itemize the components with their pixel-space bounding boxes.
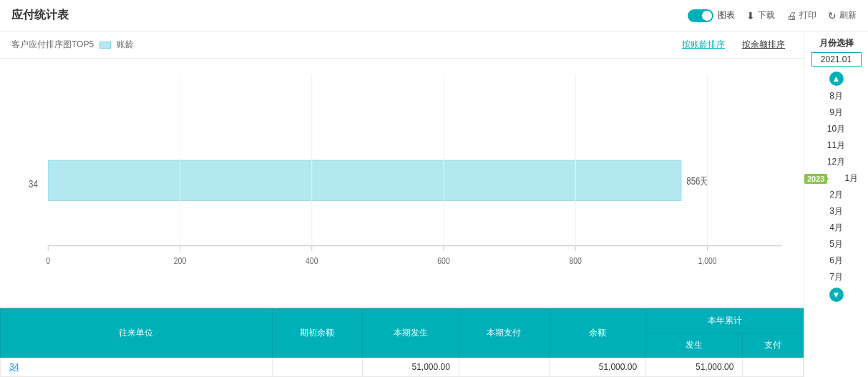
- header-actions: 图表 ⬇ 下载 🖨 打印 ↻ 刷新: [688, 9, 857, 22]
- chart-toggle[interactable]: [688, 9, 713, 22]
- month-item-6[interactable]: 6月: [804, 253, 868, 269]
- cell-balance: 51,000.00: [549, 358, 645, 377]
- nav-down-button[interactable]: ▼: [829, 288, 844, 302]
- chart-toggle-group: 图表: [688, 9, 735, 22]
- print-label: 打印: [799, 9, 816, 21]
- th-opening: 期初余额: [272, 309, 362, 358]
- cell-ytd-occurrence: 51,000.00: [646, 358, 743, 377]
- month-item-4[interactable]: 4月: [804, 220, 868, 236]
- print-button[interactable]: 🖨 打印: [786, 9, 816, 21]
- year-input[interactable]: [811, 52, 862, 67]
- chart-bar: [48, 160, 681, 201]
- bar-value-label: 856天: [686, 176, 708, 187]
- th-ytd-payment: 支付: [743, 333, 804, 358]
- th-balance: 余额: [549, 309, 645, 358]
- legend-box-icon: [99, 41, 111, 49]
- refresh-icon: ↻: [828, 10, 837, 21]
- th-unit: 往来单位: [1, 309, 273, 358]
- th-occurrence: 本期发生: [362, 309, 459, 358]
- month-item-7[interactable]: 7月: [804, 269, 868, 285]
- th-ytd: 本年累计: [646, 309, 804, 333]
- chart-area: 34 856天 0 200: [0, 59, 804, 307]
- data-table: 往来单位 期初余额 本期发生 本期支付 余额 本年累计 发生 支付: [0, 308, 804, 377]
- main-content: 客户应付排序图TOP5 账龄 按账龄排序 按余额排序 34: [0, 31, 868, 377]
- table-section: 往来单位 期初余额 本期发生 本期支付 余额 本年累计 发生 支付: [0, 307, 804, 377]
- sort-by-age-button[interactable]: 按账龄排序: [675, 37, 732, 52]
- download-label: 下载: [758, 9, 775, 21]
- year-badge: 2023: [804, 174, 827, 184]
- month-item-10[interactable]: 10月: [804, 121, 868, 137]
- svg-text:800: 800: [570, 256, 582, 265]
- cell-occurrence: 51,000.00: [362, 358, 459, 377]
- cell-payment: [459, 358, 549, 377]
- cell-ytd-payment: [743, 358, 804, 377]
- sort-buttons: 按账龄排序 按余额排序: [675, 37, 792, 52]
- chart-section: 客户应付排序图TOP5 账龄 按账龄排序 按余额排序 34: [0, 31, 804, 377]
- header: 应付统计表 图表 ⬇ 下载 🖨 打印 ↻ 刷新: [0, 0, 868, 31]
- month-item-3[interactable]: 3月: [804, 203, 868, 220]
- month-item-12[interactable]: 12月: [804, 154, 868, 170]
- th-payment: 本期支付: [459, 309, 549, 358]
- refresh-label: 刷新: [839, 9, 857, 21]
- sidebar-title: 月份选择: [819, 37, 854, 49]
- print-icon: 🖨: [786, 10, 796, 21]
- cell-opening: [272, 358, 362, 377]
- month-item-2[interactable]: 2月: [804, 187, 868, 203]
- legend-item-label: 账龄: [117, 39, 134, 51]
- chart-legend: 客户应付排序图TOP5 账龄: [11, 39, 134, 51]
- cell-unit: 34: [1, 358, 273, 377]
- month-item-9[interactable]: 9月: [804, 104, 868, 121]
- month-item-11[interactable]: 11月: [804, 137, 868, 154]
- chart-header: 客户应付排序图TOP5 账龄 按账龄排序 按余额排序: [0, 31, 804, 59]
- chart-svg: 34 856天 0 200: [7, 66, 789, 300]
- y-axis-label: 34: [29, 179, 38, 190]
- download-icon: ⬇: [746, 10, 755, 21]
- app-container: 应付统计表 图表 ⬇ 下载 🖨 打印 ↻ 刷新: [0, 0, 868, 377]
- nav-up-button[interactable]: ▲: [829, 72, 844, 86]
- svg-text:600: 600: [437, 256, 449, 265]
- download-button[interactable]: ⬇ 下载: [746, 9, 775, 21]
- legend-text: 客户应付排序图TOP5: [11, 39, 94, 51]
- table-row: 34 51,000.00 51,000.00 51,000.00: [1, 358, 804, 377]
- month-item-5[interactable]: 5月: [804, 236, 868, 253]
- svg-text:400: 400: [306, 256, 318, 265]
- refresh-button[interactable]: ↻ 刷新: [828, 9, 857, 21]
- svg-text:200: 200: [174, 256, 186, 265]
- page-title: 应付统计表: [11, 8, 69, 23]
- month-list: 8月 9月 10月 11月 12月 2023 1月 2月 3月 4月 5月 6月…: [804, 88, 868, 285]
- svg-text:1,000: 1,000: [698, 256, 716, 265]
- svg-text:0: 0: [46, 256, 50, 265]
- unit-link[interactable]: 34: [9, 362, 19, 372]
- sort-by-balance-button[interactable]: 按余额排序: [735, 37, 792, 52]
- toggle-label: 图表: [718, 9, 735, 21]
- right-sidebar: 月份选择 ▲ 8月 9月 10月 11月 12月 2023 1月 2月 3月 4…: [804, 31, 868, 377]
- th-ytd-occurrence: 发生: [646, 333, 743, 358]
- month-item-1[interactable]: 1月: [834, 170, 868, 187]
- month-item-8[interactable]: 8月: [804, 88, 868, 104]
